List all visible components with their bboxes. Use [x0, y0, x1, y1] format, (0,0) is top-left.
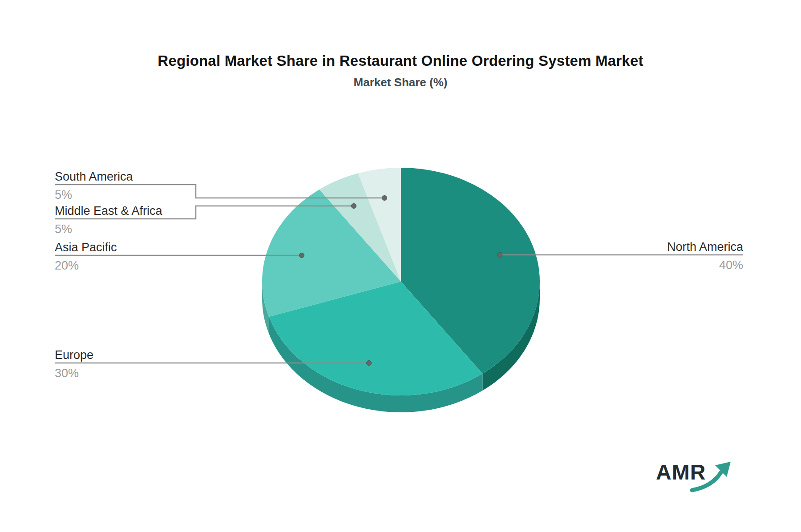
- slice-percent: 5%: [55, 188, 133, 202]
- slice-percent: 30%: [55, 367, 93, 380]
- logo-arrow-icon: [656, 460, 745, 500]
- leader-dot-asia-pacific: [299, 253, 304, 258]
- leader-dot-europe: [367, 361, 372, 366]
- chart-canvas: Regional Market Share in Restaurant Onli…: [0, 0, 801, 532]
- callout-south-america: South America 5%: [55, 170, 133, 202]
- callout-europe: Europe 30%: [55, 348, 93, 380]
- slice-label: Asia Pacific: [55, 241, 117, 254]
- slice-percent: 20%: [55, 259, 117, 273]
- slice-percent: 5%: [55, 222, 162, 236]
- slice-label: South America: [55, 170, 133, 184]
- slice-label: Middle East & Africa: [55, 204, 162, 218]
- slice-percent: 40%: [667, 258, 743, 272]
- slice-label: Europe: [55, 348, 93, 362]
- callout-middle-east-africa: Middle East & Africa 5%: [55, 204, 162, 236]
- amr-logo: AMR: [656, 460, 745, 500]
- leader-dot-south-america: [382, 196, 387, 201]
- leader-dot-north-america: [498, 253, 502, 258]
- slice-label: North America: [667, 240, 743, 254]
- leader-dot-middle-east-africa: [352, 204, 356, 209]
- callout-asia-pacific: Asia Pacific 20%: [55, 241, 117, 273]
- callout-north-america: North America 40%: [667, 240, 743, 272]
